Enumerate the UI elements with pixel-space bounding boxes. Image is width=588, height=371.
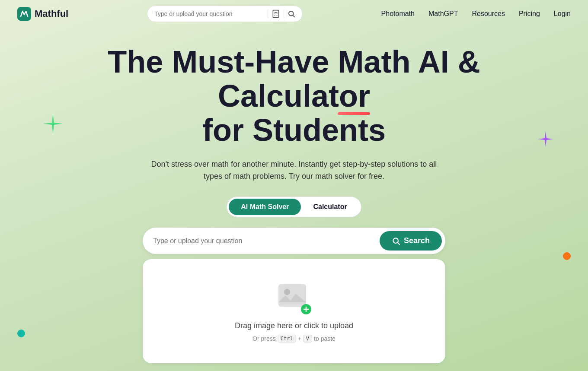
nav-search-icon[interactable]	[288, 10, 295, 18]
hero-subtitle: Don't stress over math for another minut…	[143, 158, 445, 183]
dot-teal	[17, 330, 25, 337]
svg-line-10	[398, 242, 400, 244]
svg-point-12	[284, 289, 290, 295]
navbar: Mathful Photomath MathGPT Resources Pric…	[0, 0, 588, 28]
logo-text: Mathful	[35, 8, 68, 19]
nav-link-pricing[interactable]: Pricing	[519, 10, 540, 18]
upload-hint-plus: +	[298, 335, 301, 342]
tab-ai-math-solver[interactable]: AI Math Solver	[229, 199, 301, 215]
v-key: V	[303, 335, 312, 342]
upload-badge	[301, 304, 311, 314]
upload-drag-text: Drag image here or click to upload	[235, 321, 353, 330]
nav-link-mathgpt[interactable]: MathGPT	[428, 10, 458, 18]
nav-link-resources[interactable]: Resources	[472, 10, 505, 18]
nav-search-input[interactable]	[154, 10, 264, 17]
upload-area[interactable]: Drag image here or click to upload Or pr…	[143, 259, 445, 363]
nav-search-bar	[147, 6, 303, 22]
nav-link-login[interactable]: Login	[554, 10, 571, 18]
nav-links: Photomath MathGPT Resources Pricing Logi…	[381, 10, 571, 18]
svg-rect-11	[278, 284, 306, 307]
nav-search-divider	[268, 10, 268, 18]
upload-hint-suffix: to paste	[314, 335, 336, 342]
hero-title-part1: The Must-Have	[108, 44, 338, 79]
search-btn-icon	[392, 237, 400, 245]
main-search-input[interactable]	[153, 237, 380, 245]
upload-hint: Or press Ctrl + V to paste	[252, 335, 336, 342]
dot-orange	[563, 252, 571, 260]
logo-icon	[17, 7, 31, 21]
ctrl-key: Ctrl	[278, 335, 296, 342]
hero-title-part2: for Students	[202, 113, 386, 147]
svg-rect-1	[273, 10, 278, 18]
search-button[interactable]: Search	[380, 231, 442, 251]
main-search-wrapper: Search	[143, 228, 445, 254]
hero-title: The Must-Have Math AI & Calculator for S…	[35, 45, 553, 148]
nav-link-photomath[interactable]: Photomath	[381, 10, 415, 18]
tab-calculator[interactable]: Calculator	[301, 199, 359, 215]
upload-icon-wrapper	[277, 280, 311, 314]
upload-hint-prefix: Or press	[252, 335, 276, 342]
logo[interactable]: Mathful	[17, 7, 68, 21]
svg-line-8	[293, 15, 294, 17]
main-search-bar: Search	[143, 228, 445, 254]
calculator-icon[interactable]	[272, 10, 280, 18]
nav-search-divider2	[284, 10, 284, 18]
hero-section: The Must-Have Math AI & Calculator for S…	[0, 28, 588, 363]
tab-group: AI Math Solver Calculator	[227, 197, 361, 217]
search-button-label: Search	[404, 236, 430, 245]
